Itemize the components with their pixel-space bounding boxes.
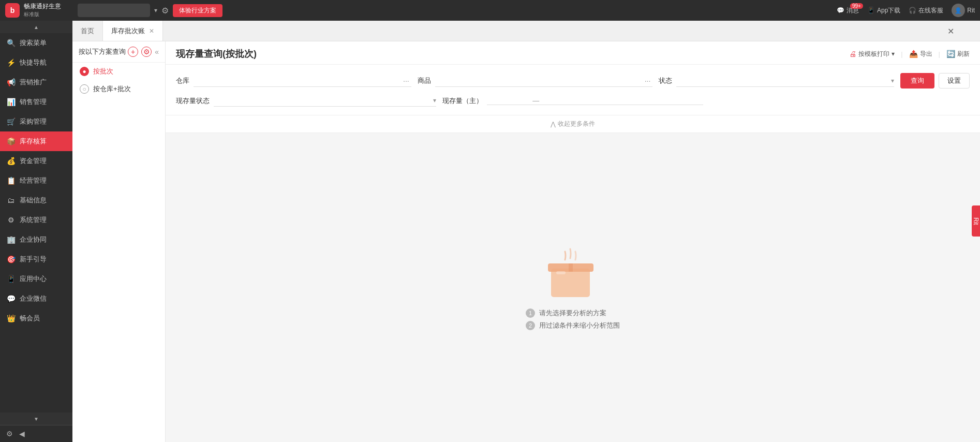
marketing-icon: 📢 bbox=[6, 78, 16, 87]
product-more-icon[interactable]: ··· bbox=[643, 77, 653, 85]
scheme-settings-button[interactable]: ⚙ bbox=[141, 47, 152, 57]
sidebar-item-member[interactable]: 👑 畅会员 bbox=[0, 308, 72, 328]
message-icon: 💬 bbox=[837, 7, 844, 14]
scheme-item-batch[interactable]: ● 按批次 bbox=[72, 63, 165, 80]
stock-qty-dash: — bbox=[528, 97, 543, 105]
content-area: 首页 库存批次账 ✕ ✕ 按以下方案查询 + ⚙ bbox=[72, 21, 980, 442]
product-input-wrap: ··· bbox=[435, 75, 653, 87]
stock-status-dropdown-icon[interactable]: ▾ bbox=[433, 97, 436, 104]
page-title: 现存量查询(按批次) bbox=[176, 48, 257, 60]
sidebar-label-inventory: 库存核算 bbox=[20, 137, 47, 146]
product-input[interactable] bbox=[435, 75, 643, 86]
status-dropdown-icon[interactable]: ▾ bbox=[891, 77, 894, 84]
query-button[interactable]: 查询 bbox=[900, 73, 934, 89]
filter-row-1: 仓库 ··· 商品 ··· bbox=[176, 73, 970, 89]
settings-icon: ⚙ bbox=[143, 48, 150, 56]
sidebar-item-marketing[interactable]: 📢 营销推广 bbox=[0, 72, 72, 92]
sidebar-item-basic[interactable]: 🗂 基础信息 bbox=[0, 190, 72, 210]
basic-icon: 🗂 bbox=[6, 196, 16, 205]
svg-rect-3 bbox=[556, 271, 566, 274]
empty-state: 1 请先选择要分析的方案 2 用过滤条件来缩小分析范围 bbox=[166, 133, 980, 442]
add-scheme-button[interactable]: + bbox=[128, 47, 138, 57]
empty-svg bbox=[542, 245, 604, 302]
app-download-item[interactable]: 📱 App下载 bbox=[867, 6, 900, 15]
sidebar-bottom: ⚙ ◀ bbox=[0, 425, 72, 442]
stock-qty-from-input[interactable] bbox=[487, 97, 528, 105]
filter-status: 状态 ▾ bbox=[659, 75, 894, 87]
user-name: Rit bbox=[967, 7, 975, 14]
sidebar-scroll-up[interactable]: ▲ bbox=[0, 21, 72, 33]
left-panel-actions: + ⚙ « bbox=[128, 47, 159, 57]
trial-button[interactable]: 体验行业方案 bbox=[173, 4, 222, 17]
message-item[interactable]: 💬 消息 99+ bbox=[837, 6, 859, 15]
left-panel-title: 按以下方案查询 bbox=[79, 47, 126, 56]
add-icon: + bbox=[131, 48, 135, 56]
tip-num-2: 2 bbox=[526, 321, 535, 330]
sidebar-item-wechat[interactable]: 💬 企业微信 bbox=[0, 289, 72, 308]
refresh-button[interactable]: 🔄 刷新 bbox=[946, 50, 970, 58]
inventory-icon: 📦 bbox=[6, 137, 16, 146]
scheme-warehouse-batch-label: 按仓库+批次 bbox=[93, 84, 131, 94]
user-avatar-item[interactable]: 👤 Rit bbox=[952, 4, 975, 17]
sidebar-item-quicknav[interactable]: ⚡ 快捷导航 bbox=[0, 53, 72, 72]
stock-qty-to-input[interactable] bbox=[543, 97, 585, 105]
stock-qty-wrap: — bbox=[487, 97, 703, 105]
warehouse-input[interactable] bbox=[194, 75, 401, 86]
app-download-label: App下载 bbox=[877, 6, 900, 15]
sidebar-item-finance[interactable]: 💰 资金管理 bbox=[0, 151, 72, 171]
sidebar-item-enterprise[interactable]: 🏢 企业协同 bbox=[0, 230, 72, 249]
scheme-item-warehouse-batch[interactable]: ○ 按仓库+批次 bbox=[72, 80, 165, 98]
left-panel-header: 按以下方案查询 + ⚙ « bbox=[72, 41, 165, 63]
tab-bar-close-button[interactable]: ✕ bbox=[947, 26, 954, 36]
filter-settings-button[interactable]: 设置 bbox=[939, 73, 970, 89]
sidebar-item-inventory[interactable]: 📦 库存核算 bbox=[0, 131, 72, 151]
sidebar-item-system[interactable]: ⚙ 系统管理 bbox=[0, 210, 72, 230]
online-service-item[interactable]: 🎧 在线客服 bbox=[909, 6, 943, 15]
filter-stock-qty: 现存量（主） — bbox=[442, 96, 703, 106]
sidebar-label-system: 系统管理 bbox=[20, 215, 47, 225]
filter-stock-status: 现存量状态 ▾ bbox=[176, 95, 436, 107]
tab-home[interactable]: 首页 bbox=[72, 21, 103, 41]
filter-product: 商品 ··· bbox=[418, 75, 653, 87]
sidebar-item-operations[interactable]: 📋 经营管理 bbox=[0, 171, 72, 190]
collapse-row: ⋀ 收起更多条件 bbox=[166, 115, 980, 133]
sidebar-label-purchase: 采购管理 bbox=[20, 117, 47, 126]
tab-close-icon[interactable]: ✕ bbox=[149, 27, 154, 35]
topbar-gear-icon[interactable]: ⚙ bbox=[161, 6, 169, 16]
online-service-icon: 🎧 bbox=[909, 7, 916, 14]
finance-icon: 💰 bbox=[6, 156, 16, 166]
scheme-inactive-icon: ○ bbox=[80, 84, 89, 94]
tab-home-label: 首页 bbox=[81, 26, 94, 36]
tip-text-2: 用过滤条件来缩小分析范围 bbox=[539, 321, 620, 330]
sidebar-label-basic: 基础信息 bbox=[20, 196, 47, 205]
sidebar-label-newbie: 新手引导 bbox=[20, 255, 47, 264]
sidebar-item-search[interactable]: 🔍 搜索菜单 bbox=[0, 33, 72, 53]
sidebar-item-newbie[interactable]: 🎯 新手引导 bbox=[0, 249, 72, 269]
app-logo: b 畅康通好生意 标准版 bbox=[5, 3, 78, 18]
stock-status-select-wrap[interactable]: ▾ bbox=[214, 95, 436, 107]
sidebar-item-purchase[interactable]: 🛒 采购管理 bbox=[0, 112, 72, 131]
app-download-icon: 📱 bbox=[867, 7, 875, 14]
empty-illustration bbox=[542, 245, 604, 302]
warehouse-more-icon[interactable]: ··· bbox=[401, 77, 411, 85]
sidebar-settings-icon[interactable]: ⚙ bbox=[6, 430, 13, 438]
collapse-up-icon: ⋀ bbox=[551, 121, 556, 128]
tab-inventory-batch[interactable]: 库存批次账 ✕ bbox=[103, 21, 163, 41]
sidebar-collapse-icon[interactable]: ◀ bbox=[19, 430, 25, 438]
print-button[interactable]: 🖨 按模板打印 ▾ bbox=[849, 50, 895, 58]
sidebar-item-appcenter[interactable]: 📱 应用中心 bbox=[0, 269, 72, 289]
divider-1: | bbox=[901, 50, 902, 58]
sidebar-label-member: 畅会员 bbox=[20, 314, 40, 323]
topbar-dropdown-icon[interactable]: ▾ bbox=[154, 7, 157, 14]
status-select-wrap[interactable]: ▾ bbox=[676, 75, 894, 87]
topbar-search-input[interactable] bbox=[78, 4, 150, 17]
sidebar-item-sales[interactable]: 📊 销售管理 bbox=[0, 92, 72, 112]
collapse-filter-button[interactable]: ⋀ 收起更多条件 bbox=[551, 120, 595, 128]
right-edge-toggle[interactable]: Rit bbox=[972, 205, 980, 237]
sidebar-scroll-down[interactable]: ▼ bbox=[0, 412, 72, 425]
export-button[interactable]: 📤 导出 bbox=[909, 50, 932, 58]
print-dropdown-icon[interactable]: ▾ bbox=[892, 50, 895, 57]
sidebar-label-enterprise: 企业协同 bbox=[20, 235, 47, 244]
left-panel-collapse-button[interactable]: « bbox=[155, 48, 159, 56]
sidebar-label-appcenter: 应用中心 bbox=[20, 274, 47, 284]
